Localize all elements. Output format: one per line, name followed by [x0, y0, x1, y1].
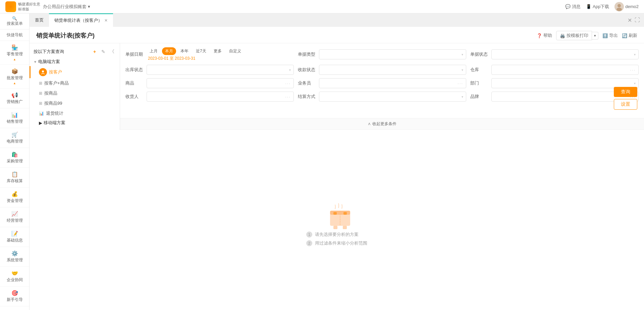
print-btn-group: 🖨️ 按模板打印 ▾: [556, 31, 598, 40]
out-status-selector[interactable]: ▾: [147, 65, 294, 75]
message-icon: 💬: [565, 4, 571, 9]
refresh-btn[interactable]: 🔄 刷新: [622, 33, 637, 39]
scheme-item-by-customer[interactable]: 按客户: [30, 66, 120, 78]
page-actions: ❓ 帮助 🖨️ 按模板打印 ▾ ⬆️ 导出: [537, 31, 637, 40]
date-btn-custom[interactable]: 自定义: [226, 47, 244, 55]
group-expand-icon: ▼: [34, 60, 37, 64]
scheme-item-icon: ⊞: [39, 81, 42, 86]
export-btn[interactable]: ⬆️ 导出: [602, 33, 618, 39]
filter-salesperson: 业务员 ···: [298, 78, 466, 88]
app-download-btn[interactable]: 📱 App下载: [586, 4, 609, 10]
query-button[interactable]: 查询: [614, 87, 637, 97]
add-scheme-btn[interactable]: +: [91, 48, 98, 55]
filter-type: 单据类型 ▾: [298, 49, 466, 59]
print-arrow-btn[interactable]: ▾: [592, 32, 598, 40]
sidebar: 🔍 搜索菜单 快捷导航 🏪 零售管理 ▲ 📦 批发管理 ▲ 📢 营销推广 📊 销…: [0, 13, 30, 310]
filter-row-3: 商品 ··· 业务员 ···: [125, 78, 639, 88]
scheme-item-icon: ⊞: [39, 91, 42, 96]
sidebar-item-finance[interactable]: 💰 资金管理: [0, 188, 29, 207]
scheme-panel: 按以下方案查询 + ✎ 《 ▼ 电脑端方案: [30, 43, 120, 130]
quick-nav-item[interactable]: 快捷导航: [0, 30, 29, 41]
filter-panel: 单据日期 上月 本月 本年 近7天 更多 自定义: [120, 43, 644, 118]
filter-row-1: 单据日期 上月 本月 本年 近7天 更多 自定义: [125, 47, 639, 61]
message-btn[interactable]: 💬 消息: [565, 4, 581, 10]
dropdown-arrow-icon: ▾: [462, 95, 463, 99]
date-btn-last-month[interactable]: 上月: [147, 47, 161, 55]
edit-scheme-btn[interactable]: ✎: [100, 48, 107, 55]
scheme-actions: + ✎ 《: [91, 48, 116, 55]
goods-selector[interactable]: ···: [147, 78, 294, 88]
sidebar-item-purchase[interactable]: 🛍️ 采购管理: [0, 148, 29, 168]
sidebar-item-retail[interactable]: 🏪 零售管理 ▲: [0, 41, 29, 65]
collapse-bar[interactable]: ∧ 收起更多条件: [120, 118, 644, 130]
svg-rect-10: [333, 226, 337, 229]
ecommerce-icon: 🛒: [11, 132, 18, 138]
filter-goods: 商品 ···: [125, 78, 294, 88]
avatar: [614, 2, 624, 11]
sidebar-search[interactable]: 🔍 搜索菜单: [0, 13, 29, 30]
type-selector[interactable]: ▾: [319, 49, 466, 59]
scheme-item-by-customer-goods[interactable]: ⊞ 按客户+商品: [30, 78, 120, 88]
filter-row-2: 出库状态 ▾ 收款状态 ▾: [125, 65, 639, 75]
sidebar-item-wholesale[interactable]: 📦 批发管理 ▲: [0, 65, 29, 89]
sidebar-item-newbie[interactable]: 🎯 新手引导: [0, 287, 29, 306]
tab-home[interactable]: 首页: [30, 13, 49, 27]
tab-bar-right: ✕ ⛶: [628, 17, 644, 23]
date-btn-7days[interactable]: 近7天: [193, 47, 209, 55]
top-header: 畅捷通好生意 标准版 办公用品行业模拟账套 ▾ 💬 消息 📱 App下载: [0, 0, 644, 13]
header-left: 畅捷通好生意 标准版 办公用品行业模拟账套 ▾: [5, 1, 90, 12]
marketing-icon: 📢: [11, 92, 18, 98]
date-btn-this-year[interactable]: 本年: [177, 47, 192, 55]
tab-close-icon[interactable]: ✕: [104, 18, 108, 23]
scheme-item-by-goods99[interactable]: ⊞ 按商品99: [30, 98, 120, 108]
salesperson-selector[interactable]: ···: [319, 78, 466, 88]
receiver-selector[interactable]: ···: [147, 92, 294, 102]
print-btn[interactable]: 🖨️ 按模板打印: [556, 31, 592, 40]
help-icon: ❓: [537, 33, 542, 38]
tab-sales-stats[interactable]: 销货单统计表（按客户） ✕: [49, 13, 113, 27]
filter-settlement: 结算方式 ▾: [298, 92, 466, 102]
scheme-group-mobile-header[interactable]: ▶ 移动端方案: [30, 118, 120, 127]
sidebar-item-marketing[interactable]: 📢 营销推广: [0, 89, 29, 108]
warehouse-selector[interactable]: ···: [491, 65, 639, 75]
collapse-scheme-btn[interactable]: 《: [108, 48, 116, 55]
group-collapse-icon: ▶: [39, 120, 42, 125]
basic-icon: 📝: [11, 230, 18, 237]
filter-panel-container: 单据日期 上月 本月 本年 近7天 更多 自定义: [120, 43, 644, 130]
filter-department: 部门 ▾: [470, 78, 639, 88]
scheme-item-icon: ⊞: [39, 101, 42, 106]
svg-point-2: [618, 4, 621, 7]
svg-rect-8: [333, 212, 337, 215]
scheme-item-return-stats[interactable]: 📊 退货统计: [30, 108, 120, 118]
mobile-icon: 📱: [586, 4, 591, 9]
sidebar-item-cooperation[interactable]: 🤝 企业协同: [0, 267, 29, 287]
logo-area: 畅捷通好生意 标准版: [5, 1, 40, 12]
date-btn-more[interactable]: 更多: [211, 47, 225, 55]
date-btn-this-month[interactable]: 本月: [162, 47, 176, 55]
user-area[interactable]: demo2: [614, 2, 639, 11]
sidebar-item-apps[interactable]: 📱 应用中心: [0, 306, 29, 310]
sidebar-item-operations[interactable]: 📈 经营管理: [0, 207, 29, 227]
scheme-item-by-goods[interactable]: ⊞ 按商品: [30, 88, 120, 98]
help-btn[interactable]: ❓ 帮助: [537, 33, 552, 39]
sidebar-item-basic[interactable]: 📝 基础信息: [0, 227, 29, 247]
sidebar-item-sales[interactable]: 📊 销售管理: [0, 108, 29, 128]
sidebar-item-ecommerce[interactable]: 🛒 电商管理: [0, 128, 29, 148]
print-icon: 🖨️: [560, 33, 565, 38]
settlement-selector[interactable]: ▾: [319, 92, 466, 102]
ellipsis-icon: ···: [630, 67, 636, 72]
settings-button[interactable]: 设置: [614, 99, 637, 110]
tab-bar: 首页 销货单统计表（按客户） ✕ ✕ ⛶: [30, 13, 644, 27]
scheme-group-desktop-header[interactable]: ▼ 电脑端方案: [30, 57, 120, 66]
sidebar-item-system[interactable]: ⚙️ 系统管理: [0, 247, 29, 267]
sidebar-item-inventory[interactable]: 📋 库存核算: [0, 168, 29, 188]
window-maximize-icon[interactable]: ⛶: [635, 17, 640, 23]
scheme-item-icon: 📊: [39, 111, 44, 116]
payment-status-selector[interactable]: ▾: [319, 65, 466, 75]
window-close-icon[interactable]: ✕: [628, 17, 632, 23]
content-area: 首页 销货单统计表（按客户） ✕ ✕ ⛶ 销货单统计表(按客户) ❓ 帮助: [30, 13, 644, 310]
refresh-icon: 🔄: [622, 33, 627, 38]
filter-out-status: 出库状态 ▾: [125, 65, 294, 75]
system-selector[interactable]: 办公用品行业模拟账套 ▾: [43, 4, 90, 10]
status-selector[interactable]: ▾: [491, 49, 639, 59]
